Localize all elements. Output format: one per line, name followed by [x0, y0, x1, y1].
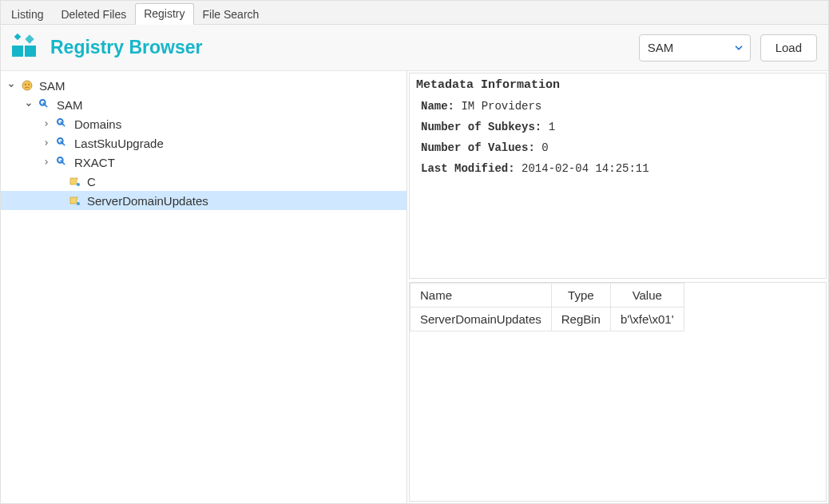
cell-value: b'\xfe\x01' [610, 308, 684, 331]
metadata-key: Name: [421, 100, 454, 113]
metadata-row: Name: IM Providers [421, 100, 819, 113]
chevron-down-icon [728, 42, 750, 54]
tree-node-sam[interactable]: SAM [1, 95, 407, 114]
expand-toggle-icon[interactable] [25, 101, 36, 109]
tree-node-label: RXACT [74, 156, 115, 169]
app-logo-icon [12, 34, 39, 62]
cell-type: RegBin [551, 308, 610, 331]
tree-node-value-c[interactable]: • C [1, 172, 407, 191]
metadata-value: 1 [549, 121, 555, 133]
expand-toggle-icon[interactable] [42, 139, 54, 147]
expand-toggle-icon[interactable] [7, 81, 18, 89]
key-icon [55, 136, 69, 150]
tree-node-root-sam[interactable]: SAM [1, 76, 407, 95]
metadata-key: Last Modified: [421, 162, 515, 175]
svg-point-1 [25, 84, 26, 85]
tree-node-label: Domains [74, 117, 121, 131]
tree-node-domains[interactable]: Domains [1, 114, 407, 133]
expand-toggle-icon[interactable] [42, 120, 54, 128]
header-bar: Registry Browser SAM Load [1, 25, 828, 71]
tab-file-search[interactable]: File Search [194, 4, 268, 25]
tree-node-value-serverdomainupdates[interactable]: • ServerDomainUpdates [1, 191, 407, 210]
col-header-type[interactable]: Type [551, 284, 610, 308]
app-title: Registry Browser [50, 37, 639, 58]
key-icon [38, 97, 52, 112]
hive-select-value: SAM [640, 41, 728, 54]
load-button[interactable]: Load [760, 34, 817, 62]
svg-point-8 [77, 202, 80, 205]
key-icon [55, 117, 69, 131]
value-icon [68, 174, 82, 189]
tree-node-label: LastSkuUpgrade [74, 137, 164, 150]
tree-node-label: ServerDomainUpdates [87, 194, 208, 208]
value-icon [68, 193, 82, 208]
metadata-value: 0 [541, 141, 548, 154]
tree-node-label: SAM [39, 79, 65, 93]
registry-tree: SAM SAM [1, 76, 407, 210]
metadata-key: Number of Subkeys: [421, 121, 541, 133]
tree-node-rxact[interactable]: RXACT [1, 153, 407, 172]
metadata-value: IM Providers [461, 100, 541, 113]
tab-deleted-files[interactable]: Deleted Files [52, 4, 135, 25]
metadata-row: Number of Values: 0 [421, 141, 819, 154]
hive-icon [20, 78, 34, 93]
key-icon [55, 155, 69, 169]
metadata-row: Number of Subkeys: 1 [421, 121, 819, 133]
expand-toggle-icon[interactable] [42, 158, 54, 166]
metadata-value: 2014-02-04 14:25:11 [522, 162, 649, 175]
metadata-key: Number of Values: [421, 141, 535, 154]
svg-point-2 [28, 84, 30, 85]
hive-select[interactable]: SAM [639, 34, 751, 62]
tree-node-label: SAM [57, 98, 83, 112]
registry-tree-pane: SAM SAM [1, 71, 407, 503]
values-panel: Name Type Value ServerDomainUpdates RegB… [409, 282, 827, 502]
metadata-heading: Metadata Information [416, 78, 819, 92]
metadata-row: Last Modified: 2014-02-04 14:25:11 [421, 162, 819, 175]
col-header-value[interactable]: Value [610, 284, 684, 308]
col-header-name[interactable]: Name [411, 284, 552, 308]
tab-listing[interactable]: Listing [2, 4, 52, 25]
tree-node-lastskuupgrade[interactable]: LastSkuUpgrade [1, 133, 407, 153]
tabstrip: Listing Deleted Files Registry File Sear… [1, 1, 828, 25]
tree-node-label: C [87, 175, 96, 189]
metadata-panel: Metadata Information Name: IM Providers … [409, 73, 827, 279]
svg-point-7 [77, 183, 80, 186]
values-table: Name Type Value ServerDomainUpdates RegB… [410, 283, 684, 331]
table-row[interactable]: ServerDomainUpdates RegBin b'\xfe\x01' [411, 308, 684, 331]
tab-registry[interactable]: Registry [135, 3, 193, 25]
svg-point-0 [22, 81, 32, 90]
cell-name: ServerDomainUpdates [411, 308, 552, 331]
